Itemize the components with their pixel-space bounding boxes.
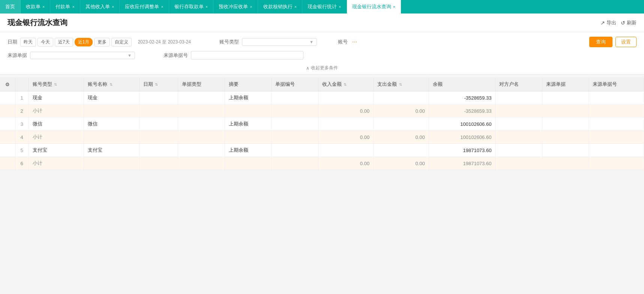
cell-date — [139, 131, 178, 144]
source-doc-select[interactable]: ▼ — [30, 52, 135, 59]
cell-account-type: 小计 — [29, 104, 84, 118]
nav-item-ar-ap-adjust[interactable]: 应收应付调整单 × — [120, 0, 169, 13]
cell-income — [318, 118, 374, 131]
cell-account-name — [84, 131, 140, 144]
nav-item-other-income[interactable]: 其他收入单 × — [80, 0, 120, 13]
action-buttons: 查询 设置 — [589, 37, 636, 47]
cell-expense — [374, 118, 429, 131]
th-gear[interactable]: ⚙ — [0, 78, 15, 91]
cell-expense: 0.00 — [374, 104, 429, 118]
refresh-button[interactable]: ↺ 刷新 — [621, 19, 636, 26]
cell-source-doc — [542, 157, 588, 170]
nav-close-receipt[interactable]: × — [42, 4, 45, 9]
date-btn-today[interactable]: 今天 — [38, 38, 53, 46]
nav-close-bank-deposit[interactable]: × — [206, 4, 208, 9]
nav-item-cash-bank-flow[interactable]: 现金银行流水查询 × — [347, 0, 401, 13]
th-doc-no: 单据编号 — [272, 78, 318, 91]
nav-label-receipt: 收款单 — [26, 3, 41, 10]
cell-account-name — [84, 157, 140, 170]
th-expense[interactable]: 支出金额 ⇅ — [374, 78, 429, 91]
th-doc-type: 单据类型 — [178, 78, 225, 91]
account-label: 账号 — [338, 39, 348, 45]
refresh-icon: ↺ — [621, 20, 625, 26]
collapse-icon: ∧ — [306, 66, 309, 71]
nav-item-payment[interactable]: 付款单 × — [50, 0, 80, 13]
cell-num: 3 — [15, 118, 29, 131]
date-btn-7days[interactable]: 近7天 — [55, 38, 73, 46]
nav-item-cash-bank-stats[interactable]: 现金银行统计 × — [302, 0, 347, 13]
cell-summary: 上期余额 — [225, 118, 271, 131]
nav-label-payment: 付款单 — [56, 3, 70, 10]
cell-doc-no — [272, 118, 318, 131]
account-dots-button[interactable]: ··· — [352, 39, 357, 45]
th-summary: 摘要 — [225, 78, 271, 91]
nav-item-advance-offset[interactable]: 预收冲应收单 × — [213, 0, 258, 13]
cell-num: 5 — [15, 144, 29, 157]
nav-close-other-income[interactable]: × — [112, 4, 114, 9]
nav-close-receipt-writeoff[interactable]: × — [294, 4, 297, 9]
cell-gear — [0, 157, 15, 170]
nav-close-cash-bank-stats[interactable]: × — [339, 4, 341, 9]
account-type-select[interactable]: ▼ — [242, 38, 317, 46]
nav-item-receipt-writeoff[interactable]: 收款核销执行 × — [258, 0, 302, 13]
nav-item-bank-deposit[interactable]: 银行存取款单 × — [169, 0, 213, 13]
nav-label-other-income: 其他收入单 — [86, 3, 110, 10]
cell-num: 4 — [15, 131, 29, 144]
table-header-row: ⚙ 账号类型 ⇅ 账号名称 ⇅ 日期 ⇅ 单据类型 摘要 单据编号 收入金额 ⇅… — [0, 78, 644, 91]
nav-close-cash-bank-flow[interactable]: × — [393, 4, 395, 9]
cell-account-name: 微信 — [84, 118, 140, 131]
nav-item-receipt[interactable]: 收款单 × — [21, 0, 50, 13]
cell-doc-type — [178, 118, 225, 131]
nav-label-advance-offset: 预收冲应收单 — [219, 3, 248, 10]
cell-income: 0.00 — [318, 131, 374, 144]
nav-label-receipt-writeoff: 收款核销执行 — [263, 3, 293, 10]
filter-row-2: 来源单据 ▼ 来源单据号 — [8, 51, 636, 60]
cell-account-type: 支付宝 — [29, 144, 84, 157]
th-account-type[interactable]: 账号类型 ⇅ — [29, 78, 84, 91]
header-actions: ↗ 导出 ↺ 刷新 — [600, 19, 636, 26]
th-income[interactable]: 收入金额 ⇅ — [318, 78, 374, 91]
th-date[interactable]: 日期 ⇅ — [139, 78, 178, 91]
cell-expense: 0.00 — [374, 131, 429, 144]
settings-button[interactable]: 设置 — [615, 37, 636, 47]
th-counterpart: 对方户名 — [495, 78, 542, 91]
nav-close-ar-ap-adjust[interactable]: × — [161, 4, 163, 9]
date-btn-yesterday[interactable]: 昨天 — [20, 38, 36, 46]
account-type-label: 账号类型 — [219, 39, 239, 45]
th-account-name[interactable]: 账号名称 ⇅ — [84, 78, 140, 91]
cell-counterpart — [495, 118, 542, 131]
cell-source-doc — [542, 104, 588, 118]
cell-source-doc-no — [589, 157, 644, 170]
nav-label-home: 首页 — [5, 3, 15, 10]
cell-summary — [225, 131, 271, 144]
cell-doc-type — [178, 91, 225, 104]
cell-doc-type — [178, 131, 225, 144]
cell-num: 6 — [15, 157, 29, 170]
cell-balance: -3528659.33 — [429, 104, 495, 118]
collapse-bar[interactable]: ∧ 收起更多条件 — [8, 63, 636, 71]
nav-label-bank-deposit: 银行存取款单 — [174, 3, 204, 10]
cell-summary — [225, 157, 271, 170]
cell-source-doc-no — [589, 118, 644, 131]
date-btn-custom[interactable]: 自定义 — [111, 38, 132, 46]
query-button[interactable]: 查询 — [589, 37, 612, 47]
nav-item-home[interactable]: 首页 — [0, 0, 21, 13]
nav-close-advance-offset[interactable]: × — [250, 4, 252, 9]
cell-gear — [0, 118, 15, 131]
cell-doc-no — [272, 104, 318, 118]
date-btn-more[interactable]: 更多 — [94, 38, 110, 46]
account-type-chevron-icon: ▼ — [309, 40, 314, 44]
date-btn-1month[interactable]: 近1月 — [75, 38, 93, 46]
nav-close-payment[interactable]: × — [72, 4, 74, 9]
export-button[interactable]: ↗ 导出 — [600, 19, 616, 26]
cell-date — [139, 118, 178, 131]
cell-balance: 100102606.60 — [429, 118, 495, 131]
cell-doc-type — [178, 157, 225, 170]
filter-row-1: 日期 昨天 今天 近7天 近1月 更多 自定义 2023-02-24 至 202… — [8, 37, 636, 47]
source-doc-no-input[interactable] — [191, 51, 303, 60]
cell-account-type: 小计 — [29, 131, 84, 144]
cell-balance: 19871073.60 — [429, 144, 495, 157]
account-type-filter-group: 账号类型 ▼ — [219, 38, 317, 46]
cell-source-doc-no — [589, 104, 644, 118]
cell-gear — [0, 131, 15, 144]
